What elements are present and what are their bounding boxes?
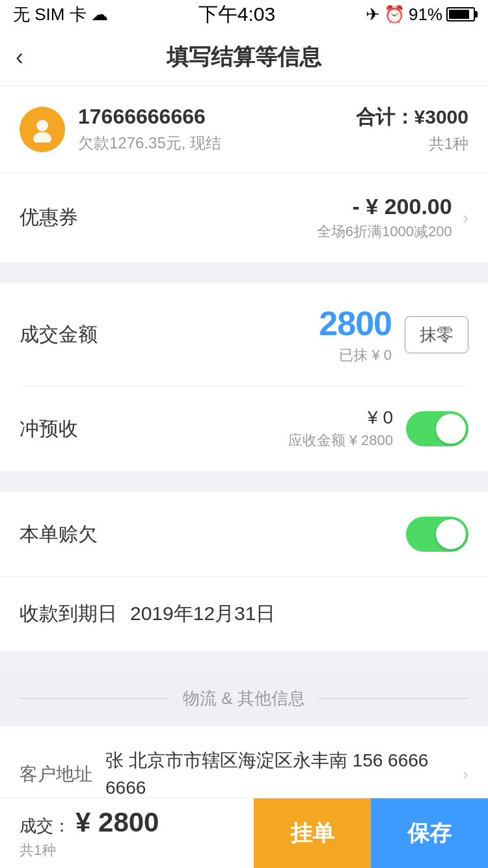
save-button[interactable]: 保存 — [371, 798, 488, 869]
section-divider-3 — [0, 661, 488, 671]
coupon-detail: 全场6折满1000减200 — [317, 222, 452, 241]
address-value: 张 北京市市辖区海淀区永丰南 156 6666 6666 — [105, 747, 457, 802]
hang-button[interactable]: 挂单 — [254, 798, 371, 869]
credit-card: 本单赊欠 收款到期日 2019年12月31日 — [0, 492, 488, 651]
chong-toggle[interactable] — [406, 411, 468, 446]
due-date: 2019年12月31日 — [130, 601, 275, 627]
coupon-row[interactable]: 优惠券 - ¥ 200.00 全场6折满1000减200 › — [0, 172, 488, 262]
bottom-deal-amount: ¥ 2800 — [75, 807, 159, 838]
deal-amount-value: 2800 — [319, 304, 392, 343]
due-row: 收款到期日 2019年12月31日 — [0, 576, 488, 651]
main-content: 17666666666 欠款1276.35元, 现结 合计：¥3000 共1种 … — [0, 86, 488, 868]
deal-section: 成交金额 2800 已抹 ¥ 0 抹零 冲预收 ¥ 0 应收金额 ¥ 2800 — [0, 283, 488, 471]
total-amount: 合计：¥3000 — [356, 104, 468, 131]
bottom-summary: 成交： ¥ 2800 共1种 — [0, 807, 254, 860]
avatar — [20, 107, 65, 152]
chong-label: 冲预收 — [20, 416, 78, 442]
logistics-label: 物流 & 其他信息 — [183, 687, 305, 710]
total-count: 共1种 — [356, 133, 468, 154]
svg-point-0 — [36, 120, 48, 131]
due-label: 收款到期日 — [20, 601, 117, 627]
chong-amount: ¥ 0 — [288, 407, 393, 428]
chevron-right-icon: › — [463, 208, 468, 228]
status-bar: 无 SIM 卡 ☁ 下午4:03 ✈ ⏰ 91% — [0, 0, 488, 29]
nav-bar: ‹ 填写结算等信息 — [0, 29, 488, 86]
address-label: 客户地址 — [20, 762, 92, 787]
deal-amount-sub: 已抹 ¥ 0 — [319, 346, 392, 365]
credit-label: 本单赊欠 — [20, 521, 98, 548]
bottom-bar: 成交： ¥ 2800 共1种 挂单 保存 — [0, 798, 488, 868]
coupon-label: 优惠券 — [20, 204, 78, 231]
location-icon: ✈ — [366, 5, 380, 25]
back-button[interactable]: ‹ — [16, 44, 23, 71]
address-chevron-icon: › — [463, 764, 468, 785]
deal-amount-row: 成交金额 2800 已抹 ¥ 0 抹零 — [20, 283, 468, 387]
alarm-icon: ⏰ — [384, 5, 405, 25]
chong-row: 冲预收 ¥ 0 应收金额 ¥ 2800 — [20, 387, 468, 471]
status-right: ✈ ⏰ 91% — [366, 5, 475, 25]
status-time: 下午4:03 — [198, 1, 275, 28]
battery-icon — [446, 7, 475, 21]
svg-point-1 — [33, 132, 51, 142]
customer-phone: 17666666666 — [78, 105, 221, 129]
customer-debt: 欠款1276.35元, 现结 — [78, 133, 221, 154]
mozero-button[interactable]: 抹零 — [405, 316, 468, 353]
coupon-discount: - ¥ 200.00 — [317, 194, 452, 219]
page-title: 填写结算等信息 — [167, 42, 321, 72]
deal-amount-label: 成交金额 — [20, 321, 98, 348]
battery-level: 91% — [409, 5, 442, 25]
customer-card: 17666666666 欠款1276.35元, 现结 合计：¥3000 共1种 … — [0, 86, 488, 262]
bottom-count: 共1种 — [20, 841, 234, 860]
section-divider-1 — [0, 273, 488, 283]
credit-row: 本单赊欠 — [0, 492, 488, 576]
credit-toggle[interactable] — [406, 517, 468, 552]
chong-sub: 应收金额 ¥ 2800 — [288, 431, 393, 450]
customer-row: 17666666666 欠款1276.35元, 现结 合计：¥3000 共1种 — [0, 86, 488, 172]
status-left: 无 SIM 卡 ☁ — [13, 3, 108, 26]
logistics-header: 物流 & 其他信息 — [0, 671, 488, 726]
section-divider-2 — [0, 481, 488, 492]
sim-label: 无 SIM 卡 ☁ — [13, 3, 108, 26]
bottom-deal-label: 成交： — [20, 815, 70, 837]
